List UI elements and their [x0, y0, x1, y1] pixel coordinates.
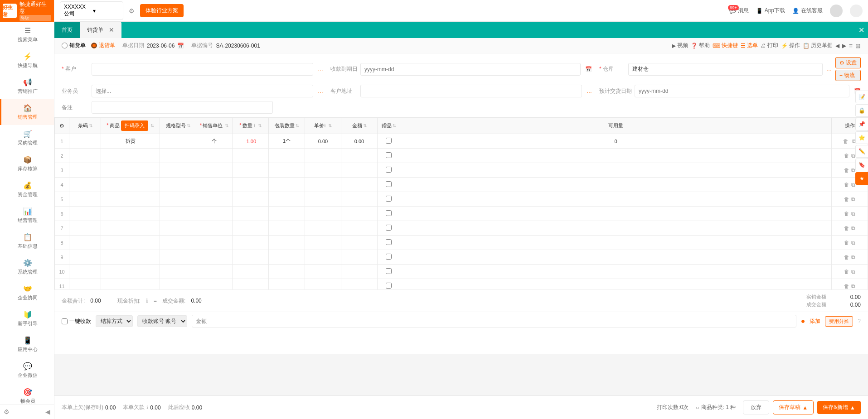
delete-row-7-btn[interactable]: 🗑 — [844, 225, 849, 231]
close-window-btn[interactable]: ✕ — [858, 26, 864, 34]
delete-row-11-btn[interactable]: 🗑 — [844, 283, 849, 289]
qty-info-icon[interactable]: ℹ — [254, 123, 256, 128]
select-action[interactable]: ☰ 选单 — [741, 42, 758, 49]
sidebar-item-purchase[interactable]: 🛒 采购管理 — [0, 125, 54, 151]
tab-sales-order[interactable]: 销货单 ✕ — [80, 22, 121, 38]
sidebar-item-members[interactable]: 🎯 畅会员 — [0, 383, 54, 404]
customer-address-input[interactable] — [360, 85, 582, 97]
sale-radio[interactable]: 销货单 — [62, 42, 86, 49]
sidebar-item-operations[interactable]: 📊 经营管理 — [0, 202, 54, 228]
sidebar-item-quick-nav[interactable]: ⚡ 快捷导航 — [0, 48, 54, 73]
gift-checkbox-8[interactable] — [386, 239, 392, 245]
copy-row-8-btn[interactable]: ⧉ — [851, 240, 855, 246]
copy-row-10-btn[interactable]: ⧉ — [851, 269, 855, 275]
price-sort-icon[interactable]: ⇅ — [328, 123, 332, 128]
save-new-dropdown-icon[interactable]: ▲ — [850, 405, 855, 411]
customer-dots[interactable]: … — [318, 66, 323, 72]
sidebar-item-system[interactable]: ⚙️ 系统管理 — [0, 254, 54, 280]
return-radio[interactable]: 退货单 — [91, 42, 115, 49]
expense-split-btn[interactable]: 费用分摊 — [825, 316, 853, 327]
delete-row-10-btn[interactable]: 🗑 — [844, 269, 849, 275]
goods-sort-icon[interactable]: ⇅ — [150, 123, 154, 128]
logistics-btn[interactable]: + 物流 — [835, 70, 861, 81]
sidebar-item-search[interactable]: ☰ 搜索菜单 — [0, 22, 54, 48]
sidebar-item-enterprise[interactable]: 🤝 企业协同 — [0, 280, 54, 306]
tab-close-btn[interactable]: ✕ — [109, 26, 114, 34]
sidebar-item-inventory[interactable]: 📦 库存核算 — [0, 151, 54, 177]
sidebar-item-wechat[interactable]: 💬 企业微信 — [0, 357, 54, 383]
online-service-action[interactable]: 👤 在线客服 — [792, 7, 823, 14]
shortcut-action[interactable]: ⌨ 快捷键 — [713, 42, 738, 49]
calendar-icon[interactable]: 📅 — [177, 43, 184, 49]
warehouse-dots[interactable]: … — [826, 66, 832, 72]
expected-delivery-input[interactable] — [635, 85, 849, 97]
delete-row-1-btn[interactable]: 🗑 — [843, 138, 849, 144]
scan-btn[interactable]: 扫码录入 — [121, 120, 148, 131]
gift-checkbox-5[interactable] — [386, 196, 392, 202]
delete-row-9-btn[interactable]: 🗑 — [844, 254, 849, 260]
settings-gear-btn[interactable]: ⚙ — [129, 7, 135, 14]
copy-row-11-btn[interactable]: ⧉ — [851, 283, 855, 289]
th-settings[interactable]: ⚙ — [55, 118, 69, 134]
form-settings-btn[interactable]: ⚙ 设置 — [835, 57, 861, 68]
prev-record-btn[interactable]: ◀ — [835, 43, 839, 49]
sidebar-item-guide[interactable]: 🔰 新手引导 — [0, 306, 54, 332]
company-selector[interactable]: XXXXXX公司 ▾ — [60, 1, 123, 20]
delete-row-8-btn[interactable]: 🗑 — [844, 240, 849, 246]
tab-home[interactable]: 首页 — [54, 22, 80, 38]
customer-address-dots[interactable]: … — [587, 88, 592, 94]
copy-row-9-btn[interactable]: ⧉ — [851, 254, 855, 260]
gift-checkbox-7[interactable] — [386, 225, 392, 231]
price-info-icon[interactable]: ℹ — [324, 123, 326, 128]
pkg-qty-sort-icon[interactable]: ⇅ — [296, 123, 299, 128]
experience-btn[interactable]: 体验行业方案 — [140, 4, 184, 17]
add-payment-label[interactable]: 添加 — [810, 318, 820, 325]
copy-row-4-btn[interactable]: ⧉ — [851, 182, 855, 188]
spec-sort-icon[interactable]: ⇅ — [187, 123, 190, 128]
account-select[interactable]: 收款账号 账号 — [137, 315, 187, 327]
discard-btn[interactable]: 放弃 — [743, 400, 769, 414]
right-panel-star-btn[interactable]: ⭐ — [855, 131, 868, 144]
qty-sort-icon[interactable]: ⇅ — [258, 123, 262, 128]
salesperson-input[interactable] — [92, 85, 313, 97]
next-record-btn[interactable]: ▶ — [842, 43, 846, 49]
expense-help-icon[interactable]: ? — [858, 318, 861, 324]
delete-row-2-btn[interactable]: 🗑 — [844, 153, 849, 159]
gift-checkbox-9[interactable] — [386, 254, 392, 260]
sidebar-item-apps[interactable]: 📱 应用中心 — [0, 332, 54, 357]
one-click-payment-checkbox[interactable]: 一键收款 — [62, 318, 91, 325]
unit-sort-icon[interactable]: ⇅ — [225, 123, 228, 128]
sidebar-item-basic[interactable]: 📋 基础信息 — [0, 228, 54, 254]
right-panel-lock-btn[interactable]: 🔒 — [855, 104, 868, 117]
payment-due-input[interactable] — [360, 63, 581, 76]
print-action[interactable]: 🖨 打印 — [761, 42, 778, 49]
collapse-sidebar-btn[interactable]: ◀ — [45, 408, 50, 415]
settings-bottom-btn[interactable]: ⚙ — [4, 408, 10, 415]
history-action[interactable]: 📋 历史单据 — [803, 42, 833, 49]
add-payment-icon[interactable]: ● — [801, 317, 805, 325]
save-draft-dropdown-icon[interactable]: ▲ — [802, 405, 808, 411]
delete-row-3-btn[interactable]: 🗑 — [844, 167, 849, 173]
gift-sort-icon[interactable]: ⇅ — [393, 123, 396, 128]
copy-row-2-btn[interactable]: ⧉ — [851, 153, 855, 159]
cash-discount-help-icon[interactable]: ℹ — [146, 298, 148, 304]
delete-row-6-btn[interactable]: 🗑 — [844, 211, 849, 217]
help-action[interactable]: ❓ 帮助 — [691, 42, 710, 49]
sidebar-item-finance[interactable]: 💰 资金管理 — [0, 177, 54, 202]
delete-row-4-btn[interactable]: 🗑 — [844, 182, 849, 188]
payment-amount-input[interactable] — [192, 315, 796, 327]
salesperson-dots[interactable]: … — [318, 88, 323, 94]
debit-help-icon[interactable]: ℹ — [146, 405, 148, 410]
payment-method-select[interactable]: 结算方式 — [96, 315, 133, 327]
barcode-sort-icon[interactable]: ⇅ — [89, 123, 92, 128]
grid-view-btn[interactable]: ⊞ — [855, 42, 861, 49]
app-download-action[interactable]: 📱 App下载 — [756, 7, 785, 14]
video-action[interactable]: ▶ 视频 — [672, 42, 688, 49]
list-view-btn[interactable]: ≡ — [849, 42, 853, 49]
right-panel-notes-btn[interactable]: 📝 — [855, 91, 868, 103]
warehouse-input[interactable] — [628, 63, 823, 76]
gift-checkbox-4[interactable] — [386, 181, 392, 187]
operations-action[interactable]: ⚡ 操作 — [781, 42, 800, 49]
gift-checkbox-1[interactable] — [386, 138, 392, 144]
payment-due-calendar-icon[interactable]: 📅 — [585, 66, 592, 72]
